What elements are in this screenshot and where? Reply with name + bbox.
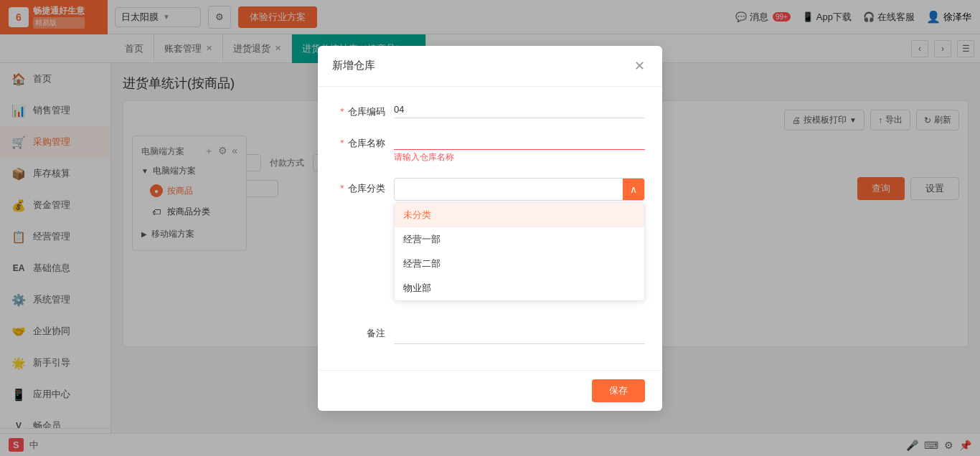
form-row-notes: 备注 <box>335 323 645 344</box>
category-arrow-button[interactable]: ∧ <box>623 179 644 200</box>
new-warehouse-modal: 新增仓库 ✕ * 仓库编码 * 仓库名称 <box>318 46 662 411</box>
category-dropdown: 未分类 经营一部 经营二部 物业部 <box>394 202 645 301</box>
notes-label: 备注 <box>335 323 385 340</box>
modal-overlay[interactable]: 新增仓库 ✕ * 仓库编码 * 仓库名称 <box>0 0 980 456</box>
name-error-msg: 请输入仓库名称 <box>394 151 645 163</box>
name-label: * 仓库名称 <box>335 133 385 150</box>
form-row-category: * 仓库分类 ∧ 未分类 经营一部 经营二部 物业部 <box>335 178 645 201</box>
code-label: * 仓库编码 <box>335 101 385 118</box>
form-row-name: * 仓库名称 请输入仓库名称 <box>335 133 645 163</box>
form-row-code: * 仓库编码 <box>335 101 645 118</box>
modal-body: * 仓库编码 * 仓库名称 请输入仓库名称 <box>318 87 662 370</box>
code-input[interactable] <box>394 101 645 118</box>
name-input[interactable] <box>394 133 645 150</box>
modal-footer: 保存 <box>318 370 662 411</box>
modal-close-button[interactable]: ✕ <box>631 57 648 75</box>
category-input[interactable] <box>395 180 623 198</box>
modal-title: 新增仓库 <box>332 59 375 72</box>
category-select-wrap: ∧ 未分类 经营一部 经营二部 物业部 <box>394 178 645 201</box>
modal-header: 新增仓库 ✕ <box>318 46 662 87</box>
dropdown-item-dept1[interactable]: 经营一部 <box>395 227 644 252</box>
dropdown-item-dept2[interactable]: 经营二部 <box>395 252 644 276</box>
dropdown-item-dept3[interactable]: 物业部 <box>395 276 644 300</box>
notes-input[interactable] <box>394 323 645 344</box>
dropdown-item-uncategorized[interactable]: 未分类 <box>395 203 644 227</box>
category-label: * 仓库分类 <box>335 178 385 195</box>
save-button[interactable]: 保存 <box>592 379 645 402</box>
